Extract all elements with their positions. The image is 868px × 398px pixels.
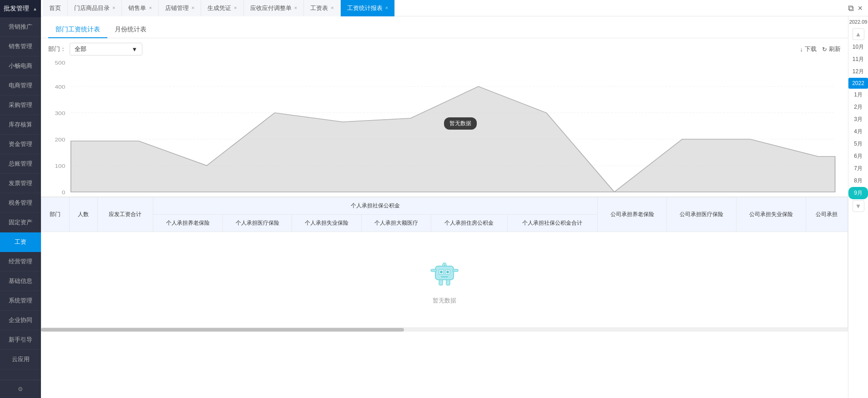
sidebar-settings[interactable]: ⚙ <box>0 380 41 398</box>
sidebar-item-企业协同[interactable]: 企业协同 <box>0 311 41 330</box>
sidebar-item-总账管理[interactable]: 总账管理 <box>0 154 41 174</box>
date-month-8月[interactable]: 8月 <box>848 175 868 187</box>
refresh-icon: ↻ <box>822 46 827 53</box>
toolbar-right: ↓ 下载 ↻ 刷新 <box>800 45 841 53</box>
chart-container: 0 100 200 300 400 500 <box>48 60 841 196</box>
sidebar-title[interactable]: 批发管理 ▲ <box>0 0 41 17</box>
tab-首页[interactable]: 首页 <box>43 0 68 16</box>
sidebar-item-资金管理[interactable]: 资金管理 <box>0 135 41 154</box>
date-month-12月[interactable]: 12月 <box>848 65 868 78</box>
sidebar-item-小畅电商[interactable]: 小畅电商 <box>0 56 41 76</box>
chevron-down-icon: ▼ <box>131 46 137 53</box>
sidebar-item-新手引导[interactable]: 新手引导 <box>0 330 41 350</box>
col-personal-unemployment: 个人承担失业保险 <box>292 215 362 232</box>
sidebar-item-电商管理[interactable]: 电商管理 <box>0 76 41 96</box>
tab-close-店铺管理[interactable]: × <box>192 5 194 10</box>
tab-close-应收应付调整单[interactable]: × <box>294 5 297 10</box>
content-area: 部门工资统计表月份统计表 部门： 全部 ▼ ↓ 下载 ↻ <box>41 16 868 398</box>
toolbar-left: 部门： 全部 ▼ <box>48 43 142 55</box>
sidebar-title-label: 批发管理 <box>4 5 29 13</box>
tab-close-工资表[interactable]: × <box>331 5 333 10</box>
sub-tab-月份统计表[interactable]: 月份统计表 <box>107 22 154 38</box>
col-company-unemployment: 公司承担失业保险 <box>737 197 806 232</box>
col-personal-medical: 个人承担医疗保险 <box>222 215 292 232</box>
date-month-6月[interactable]: 6月 <box>848 150 868 162</box>
download-button[interactable]: ↓ 下载 <box>800 45 817 53</box>
sidebar-item-营销推广[interactable]: 营销推广 <box>0 17 41 37</box>
main-content: 首页门店商品目录×销售单×店铺管理×生成凭证×应收应付调整单×工资表×工资统计报… <box>41 0 868 398</box>
date-nav-down[interactable]: ▼ <box>853 200 864 212</box>
col-company-pension: 公司承担养老保险 <box>597 197 667 232</box>
col-total-salary: 应发工资合计 <box>97 197 153 232</box>
svg-text:500: 500 <box>55 60 66 65</box>
date-month-5月[interactable]: 5月 <box>848 138 868 150</box>
tab-应收应付调整单[interactable]: 应收应付调整单× <box>244 0 304 16</box>
toolbar: 部门： 全部 ▼ ↓ 下载 ↻ 刷新 <box>41 38 848 60</box>
empty-state: 暂无数据 <box>47 237 842 323</box>
date-nav-up[interactable]: ▲ <box>853 28 864 40</box>
tab-工资表[interactable]: 工资表× <box>304 0 340 16</box>
date-year-label: 2022.09 <box>848 16 868 27</box>
date-month-11月[interactable]: 11月 <box>848 53 868 65</box>
date-month-10月[interactable]: 10月 <box>848 41 868 53</box>
date-month-4月[interactable]: 4月 <box>848 126 868 138</box>
svg-rect-18 <box>444 265 445 267</box>
window-restore-button[interactable]: ⧉ <box>848 4 854 12</box>
sidebar-item-发票管理[interactable]: 发票管理 <box>0 174 41 193</box>
page: 部门工资统计表月份统计表 部门： 全部 ▼ ↓ 下载 ↻ <box>41 16 848 398</box>
sidebar-item-采购管理[interactable]: 采购管理 <box>0 96 41 115</box>
date-month-2月[interactable]: 2月 <box>848 101 868 113</box>
sidebar-item-库存核算[interactable]: 库存核算 <box>0 115 41 135</box>
svg-text:100: 100 <box>55 163 66 169</box>
window-close-button[interactable]: × <box>858 4 863 12</box>
sidebar-item-基础信息[interactable]: 基础信息 <box>0 272 41 291</box>
chart-area-fill <box>71 86 835 192</box>
date-month-1月[interactable]: 1月 <box>848 89 868 101</box>
col-dept: 部门 <box>41 197 70 232</box>
sidebar-collapse-icon: ▲ <box>33 6 37 11</box>
svg-rect-20 <box>453 269 458 272</box>
svg-text:400: 400 <box>55 84 66 90</box>
chart-no-data-tooltip: 暂无数据 <box>444 117 477 130</box>
date-month-2022[interactable]: 2022 <box>848 78 868 89</box>
tab-店铺管理[interactable]: 店铺管理× <box>159 0 201 16</box>
tab-销售单[interactable]: 销售单× <box>122 0 158 16</box>
tab-bar: 首页门店商品目录×销售单×店铺管理×生成凭证×应收应付调整单×工资表×工资统计报… <box>41 0 868 16</box>
col-personal-housing: 个人承担住房公积金 <box>431 215 507 232</box>
col-company-medical: 公司承担医疗保险 <box>667 197 737 232</box>
sidebar-item-税务管理[interactable]: 税务管理 <box>0 193 41 213</box>
svg-rect-11 <box>435 266 454 280</box>
date-month-7月[interactable]: 7月 <box>848 162 868 175</box>
svg-rect-21 <box>439 280 443 285</box>
sidebar-item-销售管理[interactable]: 销售管理 <box>0 37 41 56</box>
tab-close-门店商品目录[interactable]: × <box>112 5 115 10</box>
date-month-3月[interactable]: 3月 <box>848 113 868 126</box>
svg-text:200: 200 <box>55 137 66 142</box>
sidebar-item-工资[interactable]: 工资 <box>0 232 41 252</box>
empty-text: 暂无数据 <box>433 297 456 305</box>
tab-close-销售单[interactable]: × <box>149 5 151 10</box>
gear-icon: ⚙ <box>18 386 23 393</box>
refresh-button[interactable]: ↻ 刷新 <box>822 45 841 53</box>
sidebar: 批发管理 ▲ 营销推广销售管理小畅电商电商管理采购管理库存核算资金管理总账管理发… <box>0 0 41 398</box>
sub-tab-部门工资统计表[interactable]: 部门工资统计表 <box>48 22 107 38</box>
sidebar-item-固定资产[interactable]: 固定资产 <box>0 213 41 232</box>
tab-工资统计报表[interactable]: 工资统计报表× <box>341 0 395 16</box>
dept-label: 部门： <box>48 45 66 53</box>
dept-select[interactable]: 全部 ▼ <box>70 43 142 55</box>
horizontal-scrollbar[interactable] <box>41 328 848 332</box>
tab-close-工资统计报表[interactable]: × <box>385 5 388 10</box>
sub-tabs: 部门工资统计表月份统计表 <box>41 16 848 38</box>
sidebar-item-经营管理[interactable]: 经营管理 <box>0 252 41 272</box>
col-personal-major-medical: 个人承担大额医疗 <box>362 215 431 232</box>
svg-rect-19 <box>431 269 436 272</box>
tab-生成凭证[interactable]: 生成凭证× <box>201 0 243 16</box>
tab-门店商品目录[interactable]: 门店商品目录× <box>68 0 122 16</box>
download-icon: ↓ <box>800 46 803 53</box>
sidebar-item-云应用[interactable]: 云应用 <box>0 350 41 369</box>
scrollbar-thumb[interactable] <box>41 328 404 332</box>
svg-text:300: 300 <box>55 111 66 116</box>
sidebar-item-系统管理[interactable]: 系统管理 <box>0 291 41 311</box>
tab-close-生成凭证[interactable]: × <box>234 5 237 10</box>
date-month-9月[interactable]: 9月 <box>848 187 868 199</box>
